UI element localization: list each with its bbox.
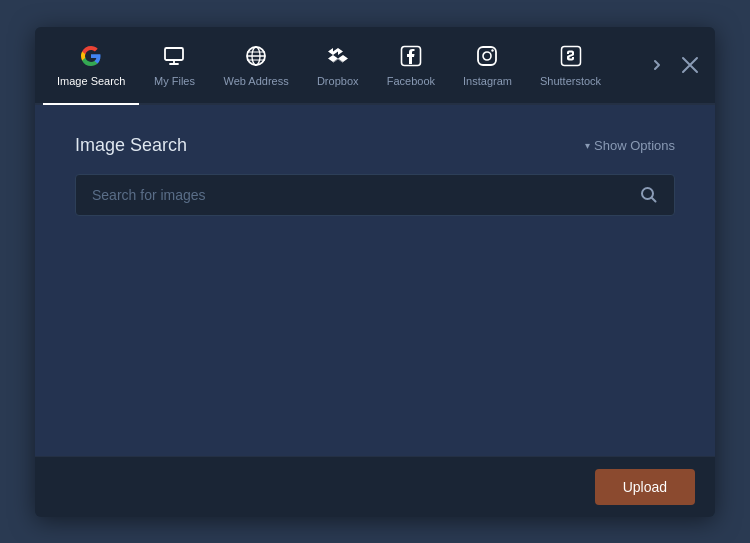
tab-instagram[interactable]: Instagram: [449, 27, 526, 105]
shutterstock-icon: [557, 42, 585, 70]
tab-shutterstock-label: Shutterstock: [540, 75, 601, 87]
tab-dropbox-label: Dropbox: [317, 75, 359, 87]
more-tabs-button[interactable]: [641, 27, 673, 103]
tab-web-address-label: Web Address: [223, 75, 288, 87]
dropbox-icon: [324, 42, 352, 70]
google-icon: [77, 42, 105, 70]
search-input[interactable]: [76, 175, 624, 215]
tab-facebook[interactable]: Facebook: [373, 27, 449, 105]
show-options-label: Show Options: [594, 138, 675, 153]
search-button[interactable]: [624, 176, 674, 214]
tab-web-address[interactable]: Web Address: [209, 27, 302, 105]
tab-my-files[interactable]: My Files: [139, 27, 209, 105]
facebook-icon: [397, 42, 425, 70]
modal-footer: Upload: [35, 456, 715, 517]
svg-point-6: [492, 49, 494, 51]
tab-shutterstock[interactable]: Shutterstock: [526, 27, 615, 105]
globe-icon: [242, 42, 270, 70]
instagram-icon: [473, 42, 501, 70]
close-button[interactable]: [673, 27, 707, 103]
search-icon: [640, 186, 658, 204]
monitor-icon: [160, 42, 188, 70]
svg-rect-0: [165, 48, 183, 60]
tab-my-files-label: My Files: [154, 75, 195, 87]
modal-body: Image Search ▾ Show Options: [35, 105, 715, 456]
tab-image-search-label: Image Search: [57, 75, 125, 87]
chevron-down-icon: ▾: [585, 140, 590, 151]
tab-facebook-label: Facebook: [387, 75, 435, 87]
show-options-button[interactable]: ▾ Show Options: [585, 138, 675, 153]
upload-button[interactable]: Upload: [595, 469, 695, 505]
tab-image-search[interactable]: Image Search: [43, 27, 139, 105]
tab-bar: Image Search My Files Web Address: [35, 27, 715, 105]
search-bar: [75, 174, 675, 216]
tab-instagram-label: Instagram: [463, 75, 512, 87]
svg-point-5: [483, 52, 491, 60]
search-title: Image Search: [75, 135, 187, 156]
modal: Image Search My Files Web Address: [35, 27, 715, 517]
tab-dropbox[interactable]: Dropbox: [303, 27, 373, 105]
search-header: Image Search ▾ Show Options: [75, 135, 675, 156]
